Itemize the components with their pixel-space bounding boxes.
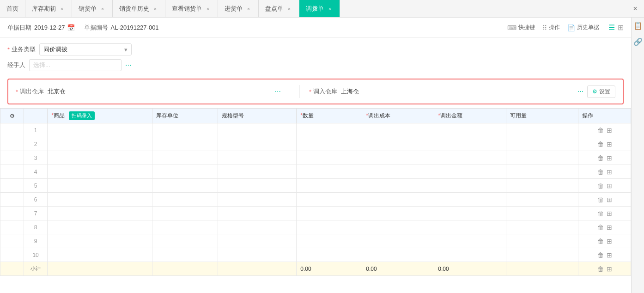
row-10-unit[interactable] (152, 248, 218, 262)
business-type-select[interactable]: 同价调拨 ▾ (39, 43, 132, 55)
history-button[interactable]: 📄 历史单据 (567, 24, 599, 31)
delete-icon-row-3[interactable]: 🗑 (597, 154, 604, 162)
row-4-cost[interactable] (362, 165, 434, 179)
row-8-available[interactable] (506, 220, 578, 234)
row-3-cost[interactable] (362, 151, 434, 165)
operations-button[interactable]: ⠿ 操作 (542, 24, 560, 31)
tab-view-sales-close[interactable]: × (205, 6, 211, 12)
tab-sales-order[interactable]: 销货单 × (72, 0, 113, 17)
row-7-qty[interactable] (297, 207, 362, 220)
row-3-spec[interactable] (218, 151, 297, 165)
row-6-qty[interactable] (297, 193, 362, 207)
tab-sales-history-close[interactable]: × (152, 6, 158, 12)
delete-icon-row-4[interactable]: 🗑 (597, 168, 604, 176)
row-4-available[interactable] (506, 165, 578, 179)
tab-view-sales[interactable]: 查看销货单 × (165, 0, 218, 17)
calendar-icon[interactable]: 📅 (67, 24, 75, 31)
row-2-unit[interactable] (152, 137, 218, 151)
row-2-cost[interactable] (362, 137, 434, 151)
row-10-qty[interactable] (297, 248, 362, 262)
row-4-spec[interactable] (218, 165, 297, 179)
row-5-unit[interactable] (152, 179, 218, 193)
handler-more-icon[interactable]: ··· (125, 61, 131, 69)
tab-purchase[interactable]: 进货单 × (218, 0, 259, 17)
row-7-unit[interactable] (152, 207, 218, 220)
row-7-available[interactable] (506, 207, 578, 220)
tab-transfer[interactable]: 调拨单 × (299, 0, 340, 17)
copy-icon-row-5[interactable]: ⊞ (607, 182, 612, 189)
copy-icon-row-6[interactable]: ⊞ (607, 196, 612, 203)
row-9-cost[interactable] (362, 234, 434, 248)
row-7-spec[interactable] (218, 207, 297, 220)
sidebar-link-icon[interactable]: 🔗 (633, 37, 643, 46)
row-7-cost[interactable] (362, 207, 434, 220)
row-9-product[interactable] (48, 234, 152, 248)
sidebar-doc-icon[interactable]: 📋 (633, 21, 643, 30)
row-1-amount[interactable] (434, 123, 506, 137)
grid-view-icon[interactable]: ⊞ (618, 23, 624, 32)
row-10-amount[interactable] (434, 248, 506, 262)
copy-icon-row-7[interactable]: ⊞ (607, 210, 612, 217)
tab-sales-order-close[interactable]: × (99, 6, 106, 12)
copy-icon-row-4[interactable]: ⊞ (607, 168, 612, 176)
delete-icon-row-7[interactable]: 🗑 (597, 210, 604, 217)
row-3-qty[interactable] (297, 151, 362, 165)
window-close-button[interactable]: × (626, 0, 644, 18)
delete-icon-row-9[interactable]: 🗑 (597, 238, 604, 245)
row-8-unit[interactable] (152, 220, 218, 234)
row-2-amount[interactable] (434, 137, 506, 151)
copy-icon-row-10[interactable]: ⊞ (607, 251, 612, 259)
copy-icon-row-2[interactable]: ⊞ (607, 140, 612, 148)
settings-button[interactable]: ⚙ 设置 (587, 85, 615, 98)
row-6-cost[interactable] (362, 193, 434, 207)
tab-inventory-init[interactable]: 库存期初 × (25, 0, 72, 17)
row-1-available[interactable] (506, 123, 578, 137)
tab-stocktake[interactable]: 盘点单 × (259, 0, 299, 17)
row-2-spec[interactable] (218, 137, 297, 151)
row-6-available[interactable] (506, 193, 578, 207)
row-1-unit[interactable] (152, 123, 218, 137)
row-9-unit[interactable] (152, 234, 218, 248)
row-8-spec[interactable] (218, 220, 297, 234)
row-5-product[interactable] (48, 179, 152, 193)
row-7-product[interactable] (48, 207, 152, 220)
row-4-qty[interactable] (297, 165, 362, 179)
delete-icon-row-6[interactable]: 🗑 (597, 196, 604, 203)
row-3-unit[interactable] (152, 151, 218, 165)
row-3-product[interactable] (48, 151, 152, 165)
row-6-product[interactable] (48, 193, 152, 207)
tab-home[interactable]: 首页 (0, 0, 25, 17)
row-1-spec[interactable] (218, 123, 297, 137)
row-5-cost[interactable] (362, 179, 434, 193)
warehouse-in-more-icon[interactable]: ··· (577, 87, 583, 96)
tab-purchase-close[interactable]: × (245, 6, 252, 12)
row-2-qty[interactable] (297, 137, 362, 151)
row-3-amount[interactable] (434, 151, 506, 165)
row-10-available[interactable] (506, 248, 578, 262)
row-5-qty[interactable] (297, 179, 362, 193)
row-9-amount[interactable] (434, 234, 506, 248)
row-1-product[interactable] (48, 123, 152, 137)
copy-icon-row-8[interactable]: ⊞ (607, 224, 612, 231)
row-10-product[interactable] (48, 248, 152, 262)
row-5-available[interactable] (506, 179, 578, 193)
tab-stocktake-close[interactable]: × (286, 6, 292, 12)
row-3-available[interactable] (506, 151, 578, 165)
row-4-unit[interactable] (152, 165, 218, 179)
row-5-amount[interactable] (434, 179, 506, 193)
row-8-product[interactable] (48, 220, 152, 234)
row-1-qty[interactable] (297, 123, 362, 137)
copy-icon-row-1[interactable]: ⊞ (607, 127, 612, 134)
tab-sales-history[interactable]: 销货单历史 × (113, 0, 165, 17)
delete-icon-row-1[interactable]: 🗑 (597, 127, 604, 134)
list-view-icon[interactable]: ☰ (608, 23, 615, 32)
warehouse-out-more-icon[interactable]: ··· (275, 87, 281, 96)
row-10-spec[interactable] (218, 248, 297, 262)
row-7-amount[interactable] (434, 207, 506, 220)
delete-icon-row-5[interactable]: 🗑 (597, 182, 604, 189)
delete-icon-row-8[interactable]: 🗑 (597, 224, 604, 231)
row-10-cost[interactable] (362, 248, 434, 262)
row-2-available[interactable] (506, 137, 578, 151)
copy-icon-row-9[interactable]: ⊞ (607, 238, 612, 245)
row-9-spec[interactable] (218, 234, 297, 248)
